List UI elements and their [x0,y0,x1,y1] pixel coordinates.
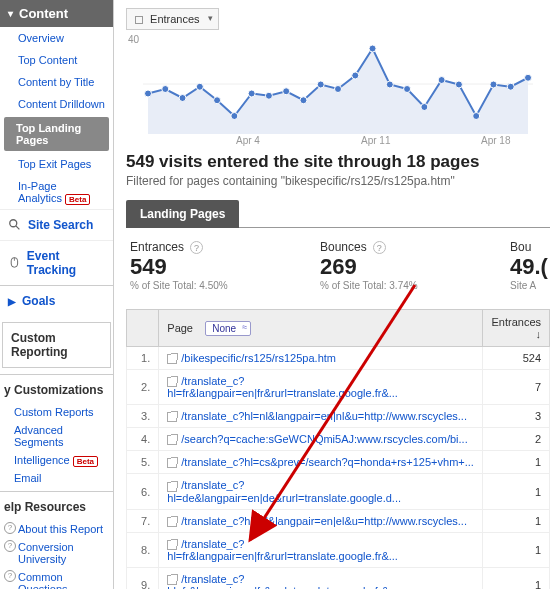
beta-badge: Beta [65,194,90,205]
nav-item-top-exit-pages[interactable]: Top Exit Pages [0,153,113,175]
custom-reporting-box[interactable]: Custom Reporting [2,322,111,368]
external-link-icon[interactable] [167,540,177,550]
help-icon[interactable]: ? [190,241,203,254]
svg-line-1 [16,226,20,230]
svg-point-19 [369,45,376,52]
svg-point-12 [248,90,255,97]
metric-entrances: Entrances? 549 % of Site Total: 4.50% [130,240,280,291]
chart-metric-dropdown[interactable]: Entrances [126,8,219,30]
landing-pages-table: Page None Entrances ↓ 1./bikespecific/rs… [126,309,550,589]
nav-item-top-landing-pages[interactable]: Top Landing Pages [4,117,109,151]
svg-point-23 [438,77,445,84]
my-customizations-box: y Customizations Custom ReportsAdvanced … [0,374,113,491]
col-page[interactable]: Page None [159,310,483,347]
segment-dropdown[interactable]: None [205,321,251,336]
section-label: Content [19,6,68,21]
svg-point-22 [421,104,428,111]
nav-item-in-page-analytics[interactable]: In-Page AnalyticsBeta [0,175,113,209]
arrow-down-icon: ▾ [8,8,13,19]
page-link[interactable]: /translate_c?hl=fr&langpair=en|fr&rurl=t… [167,538,398,562]
sidebar-site-search[interactable]: Site Search [0,209,113,240]
help-resources-box: elp Resources About this ReportConversio… [0,491,113,589]
svg-point-11 [231,113,238,120]
mouse-icon [8,256,21,270]
external-link-icon[interactable] [167,435,177,445]
svg-point-6 [145,90,152,97]
sidebar-goals[interactable]: ▶ Goals [0,285,113,316]
svg-point-26 [490,81,497,88]
svg-point-0 [10,220,17,227]
table-row: 8./translate_c?hl=fr&langpair=en|fr&rurl… [127,532,550,567]
nav-item-top-content[interactable]: Top Content [0,49,113,71]
svg-point-24 [455,81,462,88]
table-row: 2./translate_c?hl=fr&langpair=en|fr&rurl… [127,370,550,405]
svg-point-16 [317,81,324,88]
svg-point-28 [525,74,532,81]
external-link-icon[interactable] [167,575,177,585]
svg-point-25 [473,113,480,120]
external-link-icon[interactable] [167,482,177,492]
search-icon [8,218,22,232]
svg-point-17 [335,86,342,93]
checkbox-icon [135,16,143,24]
line-chart: 40 Apr 4 Apr 11 Apr 18 [126,34,550,144]
metric-bounces: Bounces? 269 % of Site Total: 3.74% [320,240,470,291]
page-link[interactable]: /translate_c?hl=el&langpair=en|el&u=http… [181,515,467,527]
custom-item[interactable]: Advanced Segments [4,421,109,451]
page-link[interactable]: /bikespecific/rs125/rs125pa.htm [181,352,336,364]
main-content: Entrances 40 Apr 4 Apr 11 Apr 18 549 vis… [114,0,550,589]
nav-item-content-drilldown[interactable]: Content Drilldown [0,93,113,115]
svg-point-10 [214,97,221,104]
svg-point-8 [179,95,186,102]
page-link[interactable]: /search?q=cache:sGeWCNQmi5AJ:www.rscycle… [181,433,467,445]
page-link[interactable]: /translate_c?hl=nl&langpair=en|nl&u=http… [181,410,467,422]
svg-point-7 [162,86,169,93]
table-row: 5./translate_c?hl=cs&prev=/search?q=hond… [127,451,550,474]
external-link-icon[interactable] [167,377,177,387]
external-link-icon[interactable] [167,354,177,364]
help-icon[interactable]: ? [373,241,386,254]
headline: 549 visits entered the site through 18 p… [126,152,550,172]
metric-bouncerate: Bou 49.( Site A [510,240,550,291]
subheadline: Filtered for pages containing "bikespeci… [126,174,550,188]
table-row: 9./translate_c?hl=fr&langpair=en|fr&rurl… [127,567,550,589]
table-row: 4./search?q=cache:sGeWCNQmi5AJ:www.rscyc… [127,428,550,451]
table-row: 7./translate_c?hl=el&langpair=en|el&u=ht… [127,509,550,532]
col-entrances[interactable]: Entrances ↓ [483,310,550,347]
sidebar-section-content[interactable]: ▾ Content [0,0,113,27]
svg-point-21 [404,86,411,93]
external-link-icon[interactable] [167,517,177,527]
svg-point-15 [300,97,307,104]
help-item[interactable]: Common Questions [4,568,109,589]
svg-point-18 [352,72,359,79]
page-link[interactable]: /translate_c?hl=cs&prev=/search?q=honda+… [181,456,474,468]
custom-item[interactable]: IntelligenceBeta [4,451,109,469]
external-link-icon[interactable] [167,412,177,422]
beta-badge: Beta [73,456,98,467]
page-link[interactable]: /translate_c?hl=de&langpair=en|de&rurl=t… [167,479,401,503]
nav-item-content-by-title[interactable]: Content by Title [0,71,113,93]
arrow-right-icon: ▶ [8,296,16,307]
page-link[interactable]: /translate_c?hl=fr&langpair=en|fr&rurl=t… [167,573,398,589]
tab-landing-pages[interactable]: Landing Pages [126,200,239,228]
table-row: 3./translate_c?hl=nl&langpair=en|nl&u=ht… [127,405,550,428]
svg-point-20 [386,81,393,88]
table-row: 6./translate_c?hl=de&langpair=en|de&rurl… [127,474,550,509]
sidebar: ▾ Content OverviewTop ContentContent by … [0,0,114,589]
svg-point-13 [265,92,272,99]
sidebar-event-tracking[interactable]: Event Tracking [0,240,113,285]
help-item[interactable]: About this Report [4,520,109,538]
page-link[interactable]: /translate_c?hl=fr&langpair=en|fr&rurl=t… [167,375,398,399]
svg-point-9 [196,83,203,90]
table-row: 1./bikespecific/rs125/rs125pa.htm524 [127,347,550,370]
custom-item[interactable]: Email [4,469,109,487]
nav-item-overview[interactable]: Overview [0,27,113,49]
svg-point-27 [507,83,514,90]
metrics-row: Entrances? 549 % of Site Total: 4.50% Bo… [126,228,550,309]
custom-item[interactable]: Custom Reports [4,403,109,421]
help-item[interactable]: Conversion University [4,538,109,568]
svg-point-14 [283,88,290,95]
external-link-icon[interactable] [167,458,177,468]
